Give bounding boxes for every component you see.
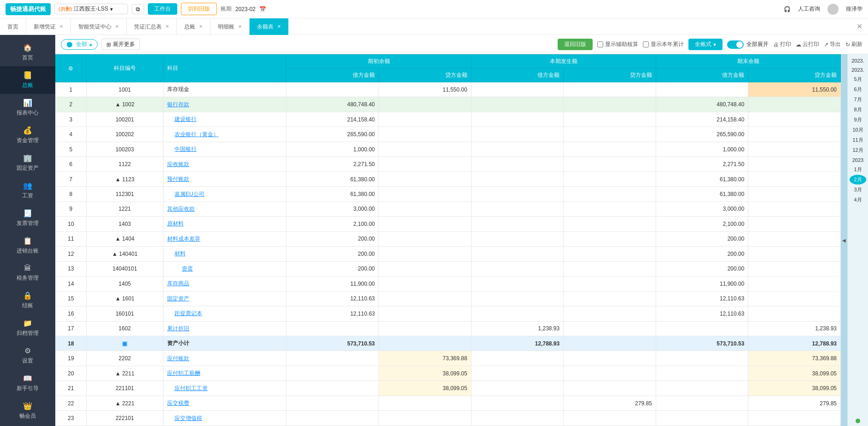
month-8[interactable]: 8月 — [850, 105, 866, 115]
row-name[interactable]: 材料成本差异 — [163, 231, 286, 246]
show-assist-input[interactable] — [597, 41, 603, 47]
account-name-link[interactable]: 嘉属EU公司 — [175, 191, 204, 197]
show-assist-checkbox[interactable]: 显示辅助核算 — [597, 40, 638, 48]
month-3[interactable]: 3月 — [850, 185, 866, 195]
month-11[interactable]: 11月 — [850, 135, 866, 145]
sidebar-item-reports[interactable]: 📊 报表中心 — [0, 94, 55, 121]
row-name[interactable]: 应付职工工资 — [163, 381, 286, 396]
account-name-link[interactable]: 距提票记本 — [175, 310, 202, 317]
tab-detail[interactable]: 明细账 ✕ — [210, 18, 250, 35]
sidebar-item-ledger[interactable]: 📒 总账 — [0, 66, 55, 94]
print-button[interactable]: 🖨 打印 — [773, 40, 791, 48]
expand-all-toggle[interactable]: 全部展开 — [727, 40, 769, 49]
sidebar-item-payroll[interactable]: 👥 工资 — [0, 177, 55, 204]
row-name[interactable]: 应付账款 — [163, 351, 286, 366]
row-name[interactable]: 应收账款 — [163, 157, 286, 172]
calendar-icon[interactable]: 📅 — [259, 6, 266, 12]
tab-balance[interactable]: 余额表 ✕ — [250, 18, 289, 35]
sidebar-item-invoice[interactable]: 🧾 发票管理 — [0, 204, 55, 232]
account-name-link[interactable]: 库存商品 — [167, 280, 189, 287]
row-name[interactable]: 银行存款 — [163, 97, 286, 112]
row-name[interactable]: 距提票记本 — [163, 306, 286, 321]
sidebar-item-assets[interactable]: 🏢 固定资产 — [0, 149, 55, 177]
sidebar-item-archive[interactable]: 📁 归档管理 — [0, 314, 55, 342]
account-name-link[interactable]: 建设银行 — [175, 116, 197, 122]
month-10[interactable]: 10月 — [850, 125, 866, 135]
consult-label[interactable]: 人工咨询 — [798, 5, 820, 13]
sidebar-item-tax[interactable]: 🏛 税务管理 — [0, 259, 55, 287]
account-name-link[interactable]: 材料 — [175, 250, 186, 257]
account-name-link[interactable]: 固定资产 — [167, 295, 189, 302]
filter-all-group[interactable]: 全部 ▸ — [61, 39, 98, 50]
row-name[interactable]: 材料 — [163, 247, 286, 261]
row-name[interactable]: 其他应收款 — [163, 201, 286, 216]
tab-voucher-summary[interactable]: 凭证汇总表 ✕ — [127, 18, 177, 35]
row-name[interactable]: 应付职工薪酬 — [163, 366, 286, 380]
row-name[interactable]: 预付账款 — [163, 172, 286, 186]
row-name[interactable]: 应交增值税 — [163, 411, 286, 426]
close-all-tabs-button[interactable]: ✕ — [851, 22, 868, 31]
month-2[interactable]: 2月 — [850, 175, 866, 184]
expand-more-button[interactable]: ⊞ 展开更多 — [101, 39, 140, 50]
row-name[interactable]: 中国银行 — [163, 142, 286, 156]
show-ytd-checkbox[interactable]: 显示本年累计 — [643, 40, 684, 48]
switch-old-version-button[interactable]: 切到旧版 — [181, 3, 217, 15]
tab-close-icon[interactable]: ✕ — [199, 18, 203, 35]
account-name-link[interactable]: 原材料 — [167, 220, 184, 227]
sidebar-item-purchase[interactable]: 📋 进销台账 — [0, 232, 55, 259]
account-name-link[interactable]: 中国银行 — [175, 146, 197, 152]
row-name[interactable]: 固定资产 — [163, 291, 286, 306]
account-name-link[interactable]: 材料成本差异 — [167, 236, 200, 242]
tab-close-icon[interactable]: ✕ — [238, 18, 242, 35]
account-name-link[interactable]: 累计折旧 — [167, 325, 189, 332]
sidebar-item-member[interactable]: 👑 畅会员 — [0, 397, 55, 425]
sidebar-item-settings[interactable]: ⚙ 设置 — [0, 342, 55, 369]
toggle-switch-control[interactable] — [727, 40, 744, 49]
row-name[interactable]: 累计折旧 — [163, 321, 286, 336]
cloud-print-button[interactable]: ☁ 云打印 — [796, 40, 819, 48]
tab-close-icon[interactable]: ✕ — [59, 18, 63, 35]
account-name-link[interactable]: 其他应收款 — [167, 206, 195, 212]
right-panel-collapse-arrow[interactable]: ◀ — [841, 54, 847, 426]
refresh-button[interactable]: ↻ 刷新 — [845, 40, 862, 48]
sidebar-item-home[interactable]: 🏠 首页 — [0, 39, 55, 66]
month-7[interactable]: 7月 — [850, 95, 866, 104]
row-name[interactable]: 嘉属EU公司 — [163, 187, 286, 201]
row-name[interactable]: 应交税费 — [163, 396, 286, 410]
sidebar-item-guide[interactable]: 📖 新手引导 — [0, 369, 55, 397]
tab-home[interactable]: 首页 — [0, 18, 26, 35]
tab-close-icon[interactable]: ✕ — [277, 18, 281, 35]
month-5[interactable]: 5月 — [850, 75, 866, 84]
month-12[interactable]: 12月 — [850, 145, 866, 155]
month-4[interactable]: 4月 — [850, 195, 866, 205]
row-name[interactable]: 库存商品 — [163, 276, 286, 291]
tab-close-icon[interactable]: ✕ — [165, 18, 169, 35]
tab-smart-voucher[interactable]: 智能凭证中心 ✕ — [71, 18, 127, 35]
month-9[interactable]: 9月 — [850, 115, 866, 125]
account-name-link[interactable]: 应交税费 — [167, 400, 189, 406]
account-name-link[interactable]: 应付职工薪酬 — [167, 370, 200, 376]
company-selector[interactable]: (勿删) 江西股王-LSS ▾ — [54, 4, 128, 14]
row-name[interactable]: 壹蛋 — [163, 261, 286, 276]
account-name-link[interactable]: 应付职工工资 — [175, 385, 208, 391]
workbench-button[interactable]: 工作台 — [148, 3, 177, 15]
tab-new-voucher[interactable]: 新增凭证 ✕ — [26, 18, 71, 35]
show-ytd-input[interactable] — [643, 41, 649, 47]
return-old-version-button[interactable]: 退回旧版 — [558, 39, 593, 50]
sidebar-item-close[interactable]: 🔒 结账 — [0, 287, 55, 314]
export-button[interactable]: ↗ 导出 — [824, 40, 841, 48]
full-mode-button[interactable]: 全账式 ▾ — [688, 39, 722, 50]
account-name-link[interactable]: 银行存款 — [167, 101, 189, 108]
month-1[interactable]: 1月 — [850, 165, 866, 174]
account-name-link[interactable]: 壹蛋 — [182, 265, 193, 272]
tab-ledger[interactable]: 总账 ✕ — [177, 18, 210, 35]
account-name-link[interactable]: 应收账款 — [167, 161, 189, 167]
month-6[interactable]: 6月 — [850, 85, 866, 94]
account-name-link[interactable]: 应交增值税 — [175, 415, 202, 421]
row-name[interactable]: 原材料 — [163, 217, 286, 231]
row-name[interactable]: 农业银行（黄金） — [163, 127, 286, 142]
tab-close-icon[interactable]: ✕ — [115, 18, 119, 35]
sidebar-item-funds[interactable]: 💰 资金管理 — [0, 121, 55, 149]
account-name-link[interactable]: 应付账款 — [167, 355, 189, 362]
settings-gear-icon[interactable]: ⚙ — [68, 65, 73, 72]
